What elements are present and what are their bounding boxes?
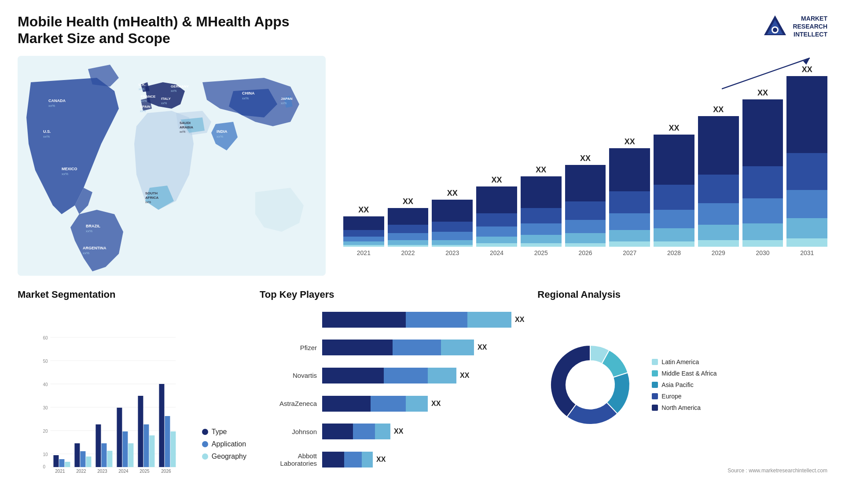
regional-legend-item: Europe — [652, 393, 716, 400]
bar-segment — [343, 237, 384, 241]
legend-label: Application — [212, 440, 246, 448]
svg-rect-61 — [96, 424, 101, 467]
bar-segment — [654, 210, 694, 228]
bar-segment — [654, 135, 694, 185]
bar-segment — [432, 240, 473, 245]
player-bar-segment — [322, 452, 344, 467]
segmentation-chart-svg: 60 50 40 30 20 10 0 — [18, 333, 193, 474]
regional-legend-dot — [652, 382, 658, 388]
bar-segment — [609, 230, 650, 242]
player-name: Abbott Laboratories — [260, 452, 317, 467]
bar-group-2021: XX2021 — [343, 205, 384, 256]
player-bar-segment — [322, 340, 393, 355]
regional-container: Regional Analysis Latin AmericaMiddle Ea… — [537, 289, 827, 474]
bar-stack — [343, 216, 384, 246]
svg-text:xx%: xx% — [43, 135, 50, 139]
svg-text:2026: 2026 — [161, 469, 171, 474]
player-value: XX — [431, 400, 441, 408]
legend-dot — [202, 429, 208, 435]
svg-text:xx%: xx% — [242, 96, 249, 100]
svg-text:AFRICA: AFRICA — [145, 196, 158, 200]
regional-legend-label: Latin America — [661, 358, 699, 365]
regional-title: Regional Analysis — [537, 289, 827, 300]
bar-segment — [654, 228, 694, 241]
svg-rect-53 — [53, 455, 59, 467]
player-bar — [322, 396, 428, 412]
bar-segment — [786, 190, 827, 219]
bar-group-2029: XX2029 — [698, 105, 739, 256]
svg-text:xx%: xx% — [161, 102, 167, 105]
svg-rect-54 — [59, 459, 64, 467]
player-value: XX — [394, 427, 403, 435]
bar-segment — [476, 237, 517, 243]
svg-text:xx%: xx% — [139, 88, 144, 91]
player-bar-segment — [322, 368, 384, 383]
player-bar-segment — [344, 452, 362, 467]
legend-label: Geography — [212, 453, 246, 460]
svg-text:xx%: xx% — [62, 172, 68, 176]
bar-segment — [654, 241, 694, 246]
player-bar — [322, 340, 474, 355]
bar-segment — [432, 232, 473, 240]
legend-item-type: Type — [202, 428, 246, 436]
map-container: CANADA xx% U.S. xx% MEXICO xx% BRAZIL xx… — [18, 56, 326, 276]
seg-legend: TypeApplicationGeography — [202, 428, 246, 474]
bar-x-label: 2028 — [667, 249, 681, 256]
bar-group-2028: XX2028 — [654, 124, 694, 256]
bar-x-label: 2022 — [401, 249, 415, 256]
bar-segment — [343, 230, 384, 237]
player-bar — [322, 368, 456, 383]
svg-text:xx%: xx% — [140, 110, 146, 113]
svg-text:0: 0 — [43, 464, 45, 469]
segmentation-container: Market Segmentation 60 50 40 30 20 10 0 — [18, 289, 246, 474]
bar-segment — [742, 166, 783, 198]
player-bar-segment — [406, 312, 467, 328]
seg-chart: 60 50 40 30 20 10 0 — [18, 333, 193, 474]
svg-text:xx%: xx% — [141, 99, 147, 102]
svg-text:30: 30 — [43, 405, 48, 410]
legend-dot — [202, 453, 208, 460]
svg-rect-66 — [122, 431, 128, 467]
bar-segment — [565, 233, 606, 243]
svg-text:ARGENTINA: ARGENTINA — [83, 246, 107, 250]
bar-segment — [786, 218, 827, 238]
player-bar-segment — [467, 312, 511, 328]
player-bar-segment — [322, 424, 353, 439]
player-bar-container: XX — [322, 312, 524, 328]
player-bar-segment — [353, 424, 375, 439]
bar-segment — [521, 176, 562, 208]
bar-segment — [565, 201, 606, 220]
bar-group-2027: XX2027 — [609, 137, 650, 256]
player-name: Pfizer — [260, 344, 317, 351]
legend-label: Type — [212, 428, 227, 436]
logo-text: MARKET RESEARCH INTELLECT — [793, 15, 827, 39]
bar-x-label: 2025 — [534, 249, 548, 256]
bar-value-label: XX — [536, 165, 546, 175]
bar-segment — [698, 203, 739, 225]
svg-rect-74 — [165, 416, 170, 467]
players-title: Top Key Players — [260, 289, 524, 300]
bar-stack — [388, 208, 429, 246]
player-name: Novartis — [260, 372, 317, 379]
bar-segment — [609, 148, 650, 192]
bar-segment — [388, 208, 429, 225]
player-bar-container: XX — [322, 340, 524, 355]
svg-text:2024: 2024 — [118, 469, 129, 474]
player-name: Johnson — [260, 428, 317, 435]
player-value: XX — [460, 372, 469, 380]
bar-x-label: 2027 — [623, 249, 636, 256]
regional-legend-label: North America — [661, 404, 701, 411]
bar-x-label: 2024 — [490, 249, 503, 256]
player-bar-segment — [322, 312, 406, 328]
svg-text:ITALY: ITALY — [161, 97, 171, 101]
source-text: Source : www.marketresearchintellect.com — [537, 467, 827, 474]
player-bar-segment — [362, 452, 373, 467]
regional-legend-item: Middle East & Africa — [652, 370, 716, 377]
svg-text:2022: 2022 — [76, 469, 86, 474]
regional-legend-label: Asia Pacific — [661, 381, 693, 388]
bar-segment — [388, 245, 429, 247]
player-row: AstraZenecaXX — [260, 396, 524, 412]
bar-group-2025: XX2025 — [521, 165, 562, 256]
bar-segment — [476, 186, 517, 213]
bar-segment — [432, 245, 473, 247]
